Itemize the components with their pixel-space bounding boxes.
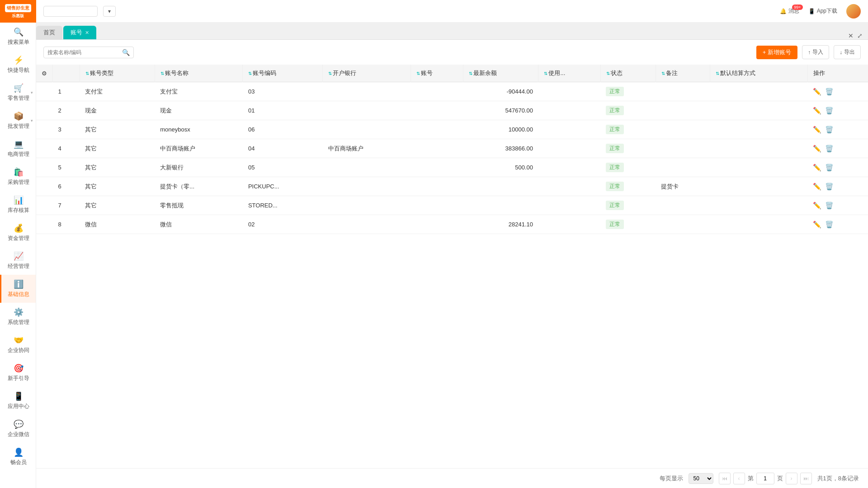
sidebar-item-label: 搜索菜单 [8, 39, 29, 45]
total-info: 共1页，8条记录 [817, 474, 859, 483]
sidebar-item-basic-info[interactable]: ℹ️ 基础信息 [0, 275, 36, 303]
search-menu-icon: 🔍 [3, 27, 34, 37]
message-button[interactable]: 🔔 消息 99+ [780, 7, 799, 15]
add-account-button[interactable]: + 新增账号 [756, 46, 797, 59]
cell-account-code: 02 [243, 215, 323, 234]
tab-actions: ✕ ⤢ [848, 32, 868, 39]
sidebar-item-system-mgmt[interactable]: ⚙️ 系统管理 [0, 303, 36, 331]
edit-button[interactable]: ✏️ [813, 126, 821, 134]
page-size-select[interactable]: 50 100 200 [689, 473, 713, 484]
delete-button[interactable]: 🗑️ [825, 126, 834, 134]
delete-button[interactable]: 🗑️ [825, 183, 834, 191]
sidebar-item-new-guide[interactable]: 🎯 新手引导 [0, 359, 36, 387]
cell-notes [656, 101, 710, 120]
edit-button[interactable]: ✏️ [813, 183, 821, 191]
prev-page-button[interactable]: ‹ [733, 473, 745, 484]
tab-account[interactable]: 账号 ✕ [63, 26, 96, 39]
sidebar-item-enterprise-wechat[interactable]: 💬 企业微信 [0, 415, 36, 443]
delete-button[interactable]: 🗑️ [825, 145, 834, 153]
cell-notes [656, 196, 710, 215]
basic-info-icon: ℹ️ [3, 279, 34, 289]
user-avatar[interactable] [846, 4, 861, 19]
next-page-button[interactable]: › [786, 473, 797, 484]
column-account-code[interactable]: ⇅账号编码 [243, 65, 323, 82]
column-latest-balance[interactable]: ⇅最新余额 [463, 65, 538, 82]
tab-home[interactable]: 首页 [36, 26, 62, 39]
tab-close-all-button[interactable]: ✕ [848, 32, 854, 39]
column-status[interactable]: ⇅状态 [600, 65, 656, 82]
search-input[interactable] [47, 49, 122, 56]
sidebar-item-retail-mgmt[interactable]: 🛒 零售管理 [0, 79, 36, 107]
sidebar-item-enterprise-agreement[interactable]: 🤝 企业协同 [0, 331, 36, 359]
edit-button[interactable]: ✏️ [813, 88, 821, 96]
sidebar-item-inventory[interactable]: 📊 库存核算 [0, 191, 36, 219]
column-account-type[interactable]: ⇅账号类型 [80, 65, 155, 82]
table-row: 3 其它 moneybosx 06 10000.00 正常 ✏️ 🗑️ [36, 120, 868, 139]
cell-usage [538, 177, 600, 196]
column-usage[interactable]: ⇅使用... [538, 65, 600, 82]
column-bank[interactable]: ⇅开户银行 [323, 65, 411, 82]
main-area: ▾ 🔔 消息 99+ 📱 App下载 首页 账号 ✕ ✕ [36, 0, 868, 488]
last-page-button[interactable]: ⏭ [800, 473, 812, 484]
app-download-button[interactable]: 📱 App下载 [808, 7, 837, 15]
sort-icon: ⇅ [160, 71, 164, 76]
sidebar-item-quick-nav[interactable]: ⚡ 快捷导航 [0, 51, 36, 79]
sidebar-item-search-menu[interactable]: 🔍 搜索菜单 [0, 23, 36, 51]
column-default-settlement[interactable]: ⇅默认结算方式 [710, 65, 808, 82]
column-account-no[interactable]: ⇅账号 [410, 65, 463, 82]
delete-button[interactable]: 🗑️ [825, 221, 834, 229]
cell-notes: 提货卡 [656, 177, 710, 196]
tab-close-icon[interactable]: ✕ [85, 30, 89, 36]
column-account-name[interactable]: ⇅账号名称 [155, 65, 243, 82]
sidebar-item-member[interactable]: 👤 畅会员 [0, 443, 36, 471]
cell-usage [538, 101, 600, 120]
cell-account-no [410, 177, 463, 196]
cell-config [36, 177, 53, 196]
app-center-icon: 📱 [3, 391, 34, 401]
export-button[interactable]: ↓ 导出 [834, 45, 861, 59]
sidebar-item-app-center[interactable]: 📱 应用中心 [0, 387, 36, 415]
cell-account-type: 微信 [80, 215, 155, 234]
cell-status: 正常 [600, 196, 656, 215]
sidebar-item-label: 系统管理 [8, 319, 29, 325]
column-notes[interactable]: ⇅备注 [656, 65, 710, 82]
delete-button[interactable]: 🗑️ [825, 202, 834, 210]
sort-icon: ⇅ [716, 71, 719, 76]
delete-button[interactable]: 🗑️ [825, 107, 834, 115]
first-page-button[interactable]: ⏮ [719, 473, 731, 484]
edit-button[interactable]: ✏️ [813, 164, 821, 172]
edit-button[interactable]: ✏️ [813, 221, 821, 229]
page-number-input[interactable] [756, 473, 774, 484]
cell-num: 8 [53, 215, 80, 234]
edit-button[interactable]: ✏️ [813, 107, 821, 115]
cell-num: 5 [53, 158, 80, 177]
cell-latest-balance: -90444.00 [463, 82, 538, 101]
cell-num: 4 [53, 139, 80, 158]
edit-button[interactable]: ✏️ [813, 202, 821, 210]
cell-notes [656, 82, 710, 101]
import-icon: ↑ [808, 49, 811, 56]
sidebar-item-ecommerce-mgmt[interactable]: 💻 电商管理 [0, 135, 36, 163]
tab-expand-button[interactable]: ⤢ [857, 32, 863, 39]
sidebar-item-wholesale-mgmt[interactable]: 📦 批发管理 [0, 107, 36, 135]
import-button[interactable]: ↑ 导入 [802, 45, 829, 59]
cell-actions: ✏️ 🗑️ [807, 215, 868, 234]
delete-button[interactable]: 🗑️ [825, 164, 834, 172]
cell-status: 正常 [600, 120, 656, 139]
cell-account-name: 零售抵现 [155, 196, 243, 215]
edit-button[interactable]: ✏️ [813, 145, 821, 153]
sidebar-item-purchase-mgmt[interactable]: 🛍️ 采购管理 [0, 163, 36, 191]
table-row: 7 其它 零售抵现 STORED... 正常 ✏️ 🗑️ [36, 196, 868, 215]
system-mgmt-icon: ⚙️ [3, 307, 34, 317]
sidebar-item-operations-mgmt[interactable]: 📈 经营管理 [0, 247, 36, 275]
top-search-input[interactable] [43, 6, 98, 17]
dropdown-button[interactable]: ▾ [103, 6, 116, 17]
status-badge: 正常 [606, 87, 624, 96]
sort-icon: ⇅ [544, 71, 547, 76]
enterprise-wechat-icon: 💬 [3, 419, 34, 429]
sidebar-item-finance-mgmt[interactable]: 💰 资金管理 [0, 219, 36, 247]
delete-button[interactable]: 🗑️ [825, 88, 834, 96]
status-badge: 正常 [606, 163, 624, 172]
column-config[interactable]: ⚙ [36, 65, 53, 82]
sidebar-item-label: 零售管理 [8, 95, 29, 101]
